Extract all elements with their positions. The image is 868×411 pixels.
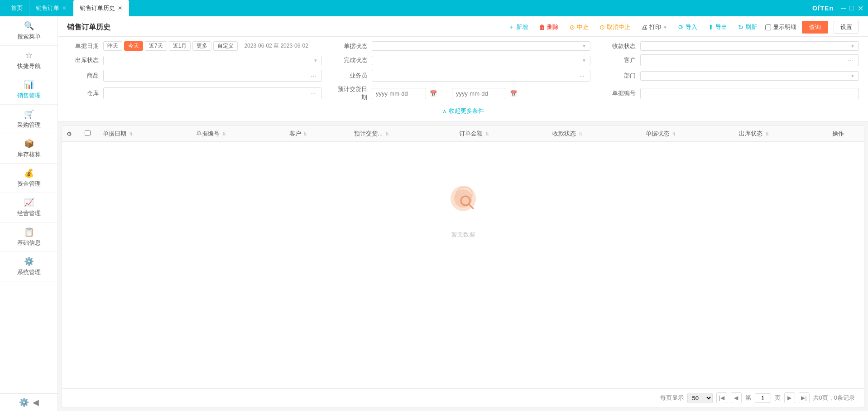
salesperson-dotdot-icon[interactable]: ··· [577, 72, 586, 79]
sidebar-item-quick-nav[interactable]: ☆ 快捷导航 [0, 46, 58, 75]
date-btn-more[interactable]: 更多 [192, 41, 211, 51]
delivery-date-start[interactable] [372, 88, 426, 99]
sidebar-item-sales-mgmt[interactable]: 📊 销售管理 [0, 75, 58, 105]
per-page-select[interactable]: 20 50 100 200 [687, 393, 713, 403]
next-page-button[interactable]: ▶ [784, 392, 795, 403]
th-settings[interactable]: ⚙ [62, 126, 80, 142]
bill-number-label: 单据编号 [604, 89, 640, 97]
date-btn-today[interactable]: 今天 [124, 41, 143, 51]
import-button[interactable]: ⟳ 导入 [676, 22, 700, 33]
tab-sales-order-close[interactable]: ✕ [62, 5, 67, 11]
customer-dotdot-icon[interactable]: ··· [846, 57, 855, 64]
department-label: 部门 [604, 72, 640, 80]
stop-button[interactable]: ⊘ 中止 [567, 22, 591, 33]
date-btn-custom[interactable]: 自定义 [213, 41, 238, 51]
th-amount[interactable]: 订单金额 ⇅ [455, 126, 548, 142]
complete-status-select[interactable]: ▼ [372, 56, 590, 65]
calendar-end-icon[interactable]: 📅 [510, 90, 517, 97]
product-dotdot-icon[interactable]: ··· [309, 72, 318, 79]
payment-status-control: ▼ [640, 41, 859, 51]
print-button[interactable]: 🖨 打印 ▼ [638, 22, 670, 33]
customer-label: 客户 [604, 56, 640, 64]
date-btn-7days[interactable]: 近7天 [145, 41, 167, 51]
filter-row-3: 商品 ··· 业务员 ··· 部门 [67, 70, 859, 82]
tab-sales-order[interactable]: 销售订单 ✕ [29, 0, 73, 16]
th-amount-sort-icon: ⇅ [485, 131, 489, 136]
first-page-button[interactable]: |◀ [716, 392, 727, 403]
tab-home[interactable]: 首页 [5, 0, 29, 16]
bill-status-select[interactable]: ▼ [372, 41, 590, 51]
top-bar-right: OfTEn ─ □ ✕ [812, 4, 863, 13]
refresh-button[interactable]: ↻ 刷新 [735, 22, 760, 33]
page-number-input[interactable] [755, 393, 771, 403]
cancel-stop-button[interactable]: ⊙ 取消中止 [597, 22, 633, 33]
bill-number-input[interactable] [640, 88, 859, 99]
th-bill-status[interactable]: 单据状态 ⇅ [641, 126, 734, 142]
date-range-buttons: 昨天 今天 近7天 近1月 更多 自定义 [103, 41, 238, 51]
delete-button[interactable]: 🗑 删除 [536, 22, 561, 33]
sidebar-item-system-mgmt[interactable]: ⚙️ 系统管理 [0, 252, 58, 281]
bill-status-label: 单据状态 [336, 42, 372, 50]
date-btn-yesterday[interactable]: 昨天 [103, 41, 122, 51]
department-arrow-icon: ▼ [850, 73, 855, 78]
last-page-button[interactable]: ▶| [799, 392, 810, 403]
select-all-checkbox[interactable] [85, 130, 91, 136]
delete-icon: 🗑 [539, 24, 545, 31]
tab-sales-order-history[interactable]: 销售订单历史 ✕ [73, 0, 129, 16]
query-button[interactable]: 查询 [802, 21, 828, 34]
prev-page-button[interactable]: ◀ [731, 392, 742, 403]
top-bar: 首页 销售订单 ✕ 销售订单历史 ✕ OfTEn ─ □ ✕ [0, 0, 868, 16]
sidebar-item-search-menu[interactable]: 🔍 搜索菜单 [0, 16, 58, 46]
calendar-start-icon[interactable]: 📅 [430, 90, 437, 97]
sidebar-settings-icon[interactable]: ⚙️ [19, 397, 29, 407]
refresh-label: 刷新 [745, 23, 757, 31]
date-btn-1month[interactable]: 近1月 [169, 41, 191, 51]
th-payment-status[interactable]: 收款状态 ⇅ [548, 126, 641, 142]
print-label: 打印 [649, 23, 661, 31]
print-icon: 🖨 [641, 24, 647, 31]
add-button[interactable]: ＋ 新增 [505, 22, 531, 33]
warehouse-dotdot-icon[interactable]: ··· [309, 90, 318, 97]
sidebar-collapse-icon[interactable]: ◀ [33, 397, 39, 407]
window-close-icon[interactable]: ✕ [858, 4, 863, 13]
th-date[interactable]: 单据日期 ⇅ [98, 126, 192, 142]
show-detail-label: 显示明细 [773, 23, 796, 31]
inventory-check-icon: 📦 [24, 139, 34, 149]
th-number-sort-icon: ⇅ [222, 131, 226, 136]
delivery-date-control: 📅 — 📅 [372, 88, 590, 99]
data-table: ⚙ 单据日期 ⇅ 单据编号 ⇅ [62, 126, 864, 275]
window-maximize-icon[interactable]: □ [849, 4, 854, 12]
delivery-date-end[interactable] [452, 88, 506, 99]
department-select[interactable]: ▼ [640, 71, 859, 81]
sidebar-item-purchase-mgmt[interactable]: 🛒 采购管理 [0, 105, 58, 134]
main-layout: 🔍 搜索菜单 ☆ 快捷导航 📊 销售管理 🛒 采购管理 📦 库存核算 💰 资金管… [0, 16, 868, 411]
page-label-2: 页 [775, 394, 781, 402]
sidebar-item-capital-mgmt-label: 资金管理 [17, 180, 41, 188]
total-text: 共0页，0条记录 [813, 394, 855, 402]
empty-state: 暂无数据 [62, 142, 864, 275]
th-out-status[interactable]: 出库状态 ⇅ [734, 126, 828, 142]
sidebar-item-capital-mgmt[interactable]: 💰 资金管理 [0, 164, 58, 193]
th-delivery[interactable]: 预计交货... ⇅ [350, 126, 455, 142]
collapse-bar[interactable]: ∧ 收起更多条件 [67, 105, 859, 117]
out-status-select[interactable]: ▼ [103, 56, 322, 65]
filter-area: 单据日期 昨天 今天 近7天 近1月 更多 自定义 2023-06-02 至 2… [58, 37, 868, 122]
th-customer[interactable]: 客户 ⇅ [285, 126, 350, 142]
sidebar-item-operation-mgmt[interactable]: 📈 经营管理 [0, 193, 58, 222]
tab-sales-order-history-close[interactable]: ✕ [118, 5, 122, 11]
th-checkbox[interactable] [80, 126, 98, 142]
payment-status-select[interactable]: ▼ [640, 41, 859, 51]
sidebar-item-basic-info[interactable]: 📋 基础信息 [0, 222, 58, 252]
th-date-sort-icon: ⇅ [129, 131, 133, 136]
show-detail-checkbox[interactable] [765, 24, 771, 30]
th-amount-label: 订单金额 [459, 130, 483, 137]
svg-point-4 [455, 194, 458, 198]
show-detail-checkbox-label[interactable]: 显示明细 [765, 23, 796, 31]
export-button[interactable]: ⬆ 导出 [705, 22, 730, 33]
setting-button[interactable]: 设置 [834, 21, 859, 34]
window-minimize-icon[interactable]: ─ [841, 4, 846, 12]
product-label: 商品 [67, 72, 103, 80]
sidebar-item-inventory-check[interactable]: 📦 库存核算 [0, 134, 58, 164]
salesperson-control: ··· [372, 70, 590, 82]
th-number[interactable]: 单据编号 ⇅ [192, 126, 285, 142]
